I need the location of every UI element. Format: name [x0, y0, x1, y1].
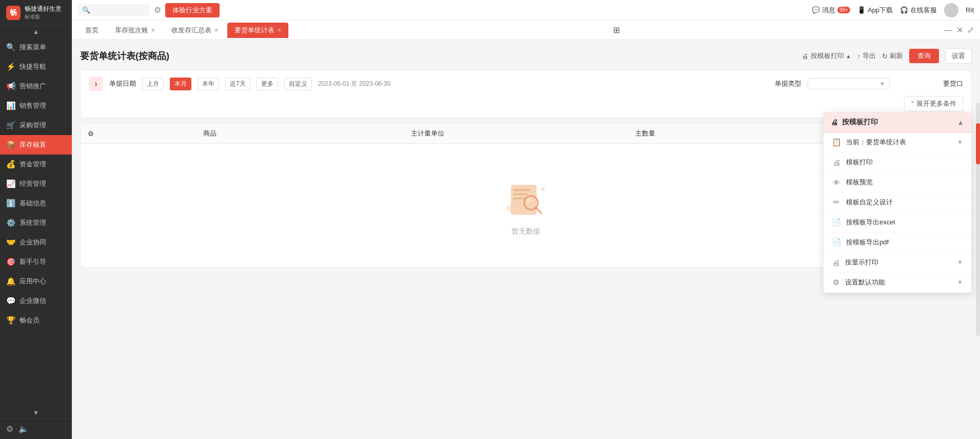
logo-title: 畅捷通好生意 — [25, 5, 62, 13]
export-button[interactable]: ↑ 导出 — [857, 51, 876, 61]
sidebar-item-operation[interactable]: 📈 经营管理 — [0, 174, 72, 194]
tab-close-order-stats[interactable]: × — [278, 27, 281, 34]
system-icon: ⚙️ — [6, 218, 15, 227]
sidebar-item-search[interactable]: 🔍 搜索菜单 — [0, 37, 72, 57]
purchase-icon: 🛒 — [6, 121, 15, 130]
date-btn-7days[interactable]: 近7天 — [225, 78, 250, 90]
tab-home[interactable]: 首页 — [78, 23, 106, 38]
set-default-icon: ⚙ — [832, 278, 840, 287]
svg-rect-2 — [513, 194, 528, 195]
col-settings[interactable]: ⚙ — [81, 130, 101, 138]
dropdown-title-area: 🖨 按模板打印 — [831, 118, 878, 127]
settings-icon[interactable]: ⚙ — [6, 424, 13, 434]
order-type-label: 单据类型 — [775, 79, 801, 88]
sidebar-item-basic[interactable]: ℹ️ 基础信息 — [0, 194, 72, 213]
dropdown-header: 🖨 按模板打印 ▲ — [824, 112, 971, 132]
basic-icon: ℹ️ — [6, 199, 15, 208]
dropdown-current-template[interactable]: 📋 当前：要货单统计表 ▼ — [824, 132, 971, 152]
logo-icon: 畅 — [6, 6, 21, 20]
inventory-icon: 📦 — [6, 140, 15, 149]
expand-conditions-icon: ˅ — [911, 100, 914, 108]
scrollbar[interactable] — [976, 103, 980, 336]
finance-icon: 💰 — [6, 160, 15, 169]
dropdown-template-preview[interactable]: 👁 模板预览 — [824, 173, 971, 193]
sidebar-item-appstore[interactable]: 🔔 应用中心 — [0, 272, 72, 291]
dropdown-export-pdf[interactable]: 📄 按模板导出pdf — [824, 233, 971, 253]
sales-icon: 📊 — [6, 101, 15, 110]
marketing-icon: 📢 — [6, 82, 15, 91]
window-close-icon[interactable]: ✕ — [956, 25, 963, 35]
sidebar-item-marketing[interactable]: 📢 营销推广 — [0, 77, 72, 96]
enterprise-icon: 🤝 — [6, 238, 15, 247]
tab-close-inventory-batch[interactable]: × — [151, 27, 155, 34]
dropdown-collapse-icon[interactable]: ▲ — [957, 118, 964, 126]
sidebar-item-quick-nav[interactable]: ⚡ 快捷导航 — [0, 57, 72, 77]
sidebar-item-inventory[interactable]: 📦 库存核算 — [0, 135, 72, 155]
export-pdf-icon: 📄 — [832, 238, 841, 247]
date-btn-last-month[interactable]: 上月 — [142, 78, 164, 90]
display-print-chevron: ▼ — [957, 259, 963, 266]
sidebar-item-wechat[interactable]: 💬 企业微信 — [0, 291, 72, 311]
filter-row-2: ˅ 展开更多条件 — [89, 96, 963, 111]
filter-row-1: › 单据日期 上月 本月 本年 近7天 更多 自定义 2023-06-01 至 … — [89, 77, 963, 91]
sidebar-item-sales[interactable]: 📊 销售管理 — [0, 96, 72, 116]
col-unit: 主计量单位 — [319, 129, 536, 138]
dropdown-set-default[interactable]: ⚙ 设置默认功能 ▼ — [824, 273, 971, 293]
tab-receipt-summary[interactable]: 收发存汇总表 × — [164, 23, 225, 38]
tab-expand-button[interactable]: ⊞ — [609, 23, 623, 37]
order-category-label: 要货口 — [943, 79, 963, 88]
date-btn-more[interactable]: 更多 — [257, 78, 278, 90]
topbar-search-input[interactable] — [92, 7, 144, 14]
template-print-icon: 🖨 — [832, 158, 841, 167]
date-btn-this-month[interactable]: 本月 — [170, 78, 191, 90]
scrollbar-thumb[interactable] — [976, 123, 980, 164]
industry-solution-button[interactable]: 体验行业方案 — [165, 3, 220, 17]
chevron-up-icon: ▲ — [846, 53, 851, 59]
col-product: 商品 — [101, 129, 319, 138]
sidebar-item-enterprise[interactable]: 🤝 企业协同 — [0, 233, 72, 252]
avatar[interactable] — [944, 3, 958, 17]
settings-button[interactable]: 设置 — [945, 48, 972, 64]
refresh-icon: ↻ — [882, 52, 888, 60]
volume-icon[interactable]: 🔈 — [18, 424, 29, 434]
dropdown-template-custom[interactable]: ✏ 模板自定义设计 — [824, 193, 971, 213]
tab-close-receipt-summary[interactable]: × — [214, 27, 218, 34]
filter-expand-arrow[interactable]: › — [89, 77, 103, 91]
empty-illustration — [500, 175, 552, 221]
dropdown-export-excel[interactable]: 📄 按模板导出excel — [824, 213, 971, 233]
page-actions: 🖨 按模板打印 ▲ ↑ 导出 ↻ 刷新 查询 设置 — [802, 48, 972, 64]
print-template-button[interactable]: 🖨 按模板打印 ▲ — [802, 51, 851, 61]
sidebar-item-member[interactable]: 🏆 畅会员 — [0, 311, 72, 330]
newbie-icon: 🎯 — [6, 257, 15, 266]
order-type-select[interactable]: ▼ — [808, 78, 890, 89]
dropdown-display-print[interactable]: 🖨 按显示打印 ▼ — [824, 253, 971, 273]
online-service-button[interactable]: 🎧 在线客服 — [900, 6, 937, 15]
window-minimize-icon[interactable]: — — [944, 26, 952, 35]
set-default-chevron: ▼ — [957, 279, 963, 286]
topbar-gear-icon[interactable]: ⚙ — [154, 5, 161, 15]
set-default-content: 设置默认功能 ▼ — [845, 278, 963, 287]
content-area: 要货单统计表(按商品) 🖨 按模板打印 ▲ ↑ 导出 ↻ 刷新 查询 设置 — [72, 40, 980, 439]
sidebar-item-finance[interactable]: 💰 资金管理 — [0, 155, 72, 174]
message-button[interactable]: 💬 消息 99+ — [812, 6, 850, 15]
sidebar-item-system[interactable]: ⚙️ 系统管理 — [0, 213, 72, 233]
date-btn-this-year[interactable]: 本年 — [198, 78, 219, 90]
expand-conditions-button[interactable]: ˅ 展开更多条件 — [904, 96, 963, 111]
refresh-button[interactable]: ↻ 刷新 — [882, 51, 903, 61]
headset-icon: 🎧 — [900, 6, 908, 14]
svg-point-6 — [527, 199, 531, 203]
tab-order-stats[interactable]: 要货单统计表 × — [227, 23, 288, 38]
query-button[interactable]: 查询 — [909, 49, 939, 63]
topbar: 🔍 ⚙ 体验行业方案 💬 消息 99+ 📱 App下载 🎧 在线客服 Rit — [72, 0, 980, 21]
sidebar-item-newbie[interactable]: 🎯 新手引导 — [0, 252, 72, 272]
filter-area: › 单据日期 上月 本月 本年 近7天 更多 自定义 2023-06-01 至 … — [80, 70, 972, 118]
dropdown-template-print[interactable]: 🖨 模板打印 — [824, 152, 971, 173]
tab-inventory-batch[interactable]: 库存批次账 × — [108, 23, 162, 38]
main-area: 🔍 ⚙ 体验行业方案 💬 消息 99+ 📱 App下载 🎧 在线客服 Rit — [72, 0, 980, 439]
sidebar-scroll-up[interactable]: ▲ — [0, 26, 72, 37]
sidebar-scroll-down[interactable]: ▼ — [0, 407, 72, 418]
window-maximize-icon[interactable]: ⤢ — [967, 25, 974, 35]
date-btn-custom[interactable]: 自定义 — [284, 78, 312, 90]
sidebar-item-purchase[interactable]: 🛒 采购管理 — [0, 116, 72, 135]
app-download-button[interactable]: 📱 App下载 — [857, 6, 893, 15]
